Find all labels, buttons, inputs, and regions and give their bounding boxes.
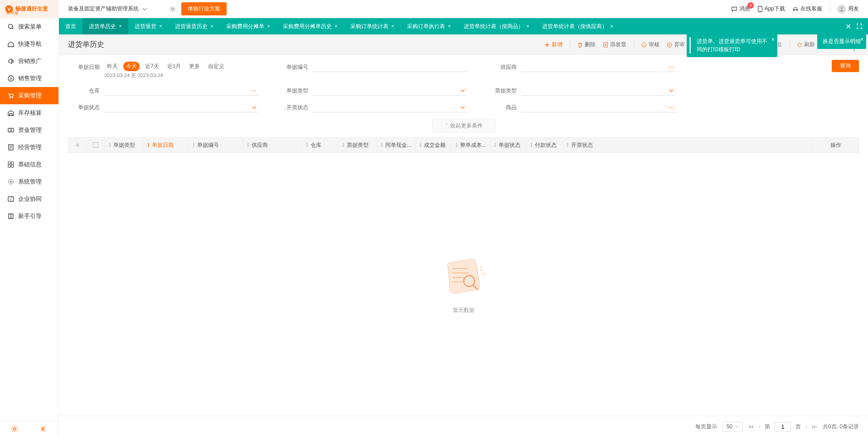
system-selector[interactable]: 装备及固定资产辅助管理系统 — [68, 5, 147, 13]
delete-button[interactable]: 删除 — [577, 41, 596, 49]
th-warehouse[interactable]: ▲▼仓库 — [302, 138, 338, 152]
sidebar-item-4[interactable]: 采购管理 — [0, 87, 58, 104]
th-cost[interactable]: ▲▼整单成本... — [451, 138, 490, 152]
date-chip-2[interactable]: 近7天 — [142, 62, 162, 71]
sidebar-item-1[interactable]: 快捷导航 — [0, 35, 58, 53]
th-invoice-type[interactable]: ▲▼票据类型 — [338, 138, 377, 152]
supplier-input[interactable] — [521, 62, 675, 72]
tab-0[interactable]: 首页 — [59, 18, 82, 34]
th-doc-status[interactable]: ▲▼单据状态 — [490, 138, 526, 152]
tab-label: 进货单统计表（按商品） — [464, 23, 524, 30]
th-deal-amount[interactable]: ▲▼成交金额 — [415, 138, 451, 152]
messages-link[interactable]: 消息 6 — [731, 5, 750, 13]
last-page-button[interactable]: ⏭ — [812, 423, 817, 430]
refresh-button[interactable]: 刷新 — [797, 41, 815, 49]
date-chip-0[interactable]: 昨天 — [104, 62, 121, 71]
date-chip-5[interactable]: 自定义 — [205, 62, 227, 71]
chevron-down-icon[interactable] — [461, 88, 465, 93]
tab-label: 进货退货 — [135, 23, 156, 30]
close-icon[interactable]: × — [771, 35, 775, 44]
user-menu[interactable]: 用友 — [837, 5, 859, 14]
logo[interactable]: 畅捷通好生意 标准版 — [0, 0, 59, 18]
svg-rect-12 — [8, 162, 10, 164]
close-icon[interactable]: × — [448, 23, 451, 29]
tab-6[interactable]: 采购订单统计表× — [344, 18, 401, 34]
page-prefix: 第 — [765, 423, 770, 431]
th-doc-type[interactable]: ▲▼单据类型 — [105, 138, 143, 152]
date-chip-4[interactable]: 更多 — [186, 62, 203, 71]
warehouse-input[interactable] — [104, 85, 258, 96]
sidebar-item-7[interactable]: 经营管理 — [0, 139, 58, 156]
page-size-select[interactable]: 50 — [723, 422, 743, 432]
next-page-button[interactable]: › — [805, 423, 807, 430]
fullscreen-icon[interactable] — [856, 23, 863, 29]
product-input[interactable] — [521, 102, 675, 112]
query-button[interactable]: 查询 — [832, 60, 859, 72]
doc-type-select[interactable] — [313, 85, 467, 96]
table-settings-button[interactable] — [68, 138, 87, 152]
sidebar-item-10[interactable]: 企业协同 — [0, 190, 58, 208]
th-cash[interactable]: ▲▼同单现金... — [377, 138, 415, 152]
new-button[interactable]: 新增 — [544, 41, 563, 49]
close-icon[interactable]: × — [391, 23, 394, 29]
audit-button[interactable]: 审核 — [641, 41, 659, 49]
invoice-type-select[interactable] — [521, 85, 675, 96]
kaipiao-status-select[interactable] — [313, 102, 467, 112]
th-supplier[interactable]: ▲▼供应商 — [243, 138, 302, 152]
sidebar-item-6[interactable]: 资金管理 — [0, 121, 58, 139]
close-all-tabs-icon[interactable] — [845, 23, 852, 29]
add-invoice-button[interactable]: 添发票 — [603, 41, 626, 49]
tab-2[interactable]: 进货退货× — [128, 18, 169, 34]
tab-4[interactable]: 采购费用分摊单× — [220, 18, 276, 34]
chevron-down-icon[interactable] — [461, 105, 465, 110]
close-icon[interactable]: × — [119, 23, 122, 29]
gear-icon[interactable] — [170, 6, 176, 12]
page-input[interactable] — [775, 422, 791, 432]
chevron-down-icon[interactable] — [669, 88, 674, 93]
th-doc-code[interactable]: ▲▼单据编号 — [189, 138, 243, 152]
settings-icon[interactable] — [11, 425, 18, 432]
sidebar-item-11[interactable]: 新手引导 — [0, 208, 58, 225]
chevron-down-icon[interactable] — [252, 105, 257, 110]
select-all-checkbox[interactable] — [87, 138, 105, 152]
code-input[interactable] — [313, 62, 467, 72]
tab-8[interactable]: 进货单统计表（按商品）× — [457, 18, 536, 34]
prev-page-button[interactable]: ‹ — [758, 423, 760, 430]
collapse-filters-button[interactable]: ⌃ 收起更多条件 — [432, 119, 495, 133]
first-page-button[interactable]: ⏮ — [748, 423, 754, 430]
more-icon[interactable]: ⋯ — [668, 64, 674, 70]
more-icon[interactable]: ⋯ — [668, 104, 674, 111]
more-icon[interactable]: ⋯ — [251, 87, 257, 94]
date-chip-1[interactable]: 今天 — [123, 62, 140, 71]
date-chip-3[interactable]: 近1月 — [165, 62, 184, 71]
tab-7[interactable]: 采购订单执行表× — [401, 18, 457, 34]
tab-3[interactable]: 进货退货历史× — [169, 18, 220, 34]
unaudit-button[interactable]: 弃审 — [667, 41, 685, 49]
close-icon[interactable]: × — [610, 23, 613, 29]
sidebar-item-8[interactable]: 基础信息 — [0, 156, 58, 173]
tab-label: 采购费用分摊单历史 — [283, 23, 332, 30]
support-link[interactable]: 在线客服 — [792, 5, 822, 13]
trial-button[interactable]: 体验行业方案 — [181, 2, 227, 15]
close-icon[interactable]: × — [335, 23, 338, 29]
tab-5[interactable]: 采购费用分摊单历史× — [276, 18, 344, 34]
app-download-link[interactable]: App下载 — [757, 5, 785, 13]
close-icon[interactable]: × — [526, 23, 529, 29]
sidebar-item-2[interactable]: 营销推广 — [0, 53, 58, 70]
collapse-sidebar-icon[interactable] — [40, 425, 48, 432]
close-icon[interactable]: × — [860, 35, 863, 44]
close-icon[interactable]: × — [267, 23, 270, 29]
sidebar-item-5[interactable]: 库存核算 — [0, 104, 58, 121]
sidebar-item-3[interactable]: 销售管理 — [0, 70, 58, 87]
sidebar-item-0[interactable]: 搜索菜单 — [0, 18, 58, 35]
tab-9[interactable]: 进货单统计表（按供应商）× — [536, 18, 620, 34]
th-kaipiao-status[interactable]: ▲▼开票状态 — [563, 138, 813, 152]
close-icon[interactable]: × — [159, 23, 162, 29]
sidebar-item-9[interactable]: 系统管理 — [0, 173, 58, 190]
svg-rect-9 — [8, 128, 14, 132]
close-icon[interactable]: × — [210, 23, 213, 29]
th-pay-status[interactable]: ▲▼付款状态 — [526, 138, 563, 152]
th-doc-date[interactable]: ▲▼单据日期 — [143, 138, 189, 152]
tab-1[interactable]: 进货单历史× — [82, 18, 128, 34]
doc-status-select[interactable] — [104, 102, 258, 112]
